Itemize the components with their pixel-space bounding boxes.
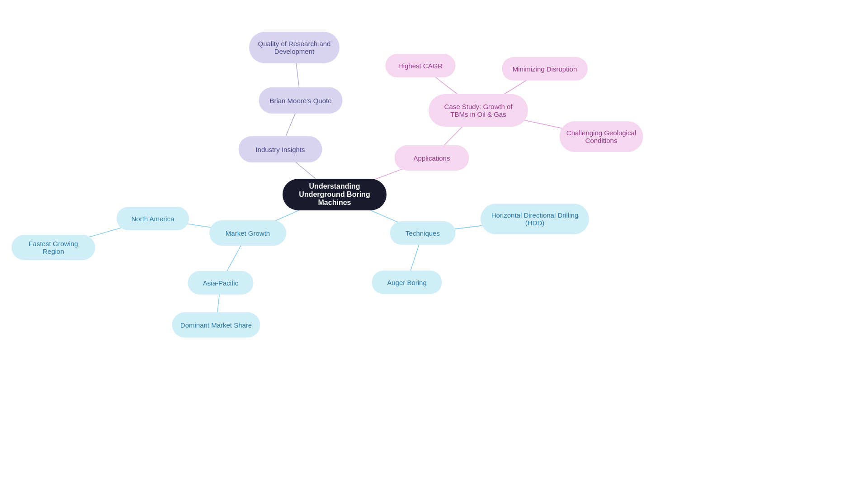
node-center: Understanding Underground Boring Machine…	[283, 179, 387, 210]
node-brian_moore: Brian Moore's Quote	[259, 87, 343, 114]
node-quality_rd: Quality of Research and Development	[249, 32, 340, 63]
node-dominant_market: Dominant Market Share	[172, 312, 260, 338]
node-challenging_geo: Challenging Geological Conditions	[560, 121, 643, 152]
node-case_study: Case Study: Growth of TBMs in Oil & Gas	[429, 94, 528, 127]
node-industry_insights: Industry Insights	[239, 136, 322, 162]
node-fastest_growing: Fastest Growing Region	[12, 235, 95, 260]
node-highest_cagr: Highest CAGR	[386, 54, 456, 77]
node-techniques: Techniques	[390, 221, 456, 245]
mindmap-container: Understanding Underground Boring Machine…	[0, 0, 868, 490]
node-applications: Applications	[395, 145, 469, 171]
node-north_america: North America	[117, 207, 189, 230]
node-asia_pacific: Asia-Pacific	[188, 271, 254, 295]
node-minimizing_disruption: Minimizing Disruption	[502, 57, 588, 81]
node-market_growth: Market Growth	[209, 220, 286, 246]
node-hdd: Horizontal Directional Drilling (HDD)	[481, 204, 589, 234]
node-auger_boring: Auger Boring	[372, 271, 442, 294]
